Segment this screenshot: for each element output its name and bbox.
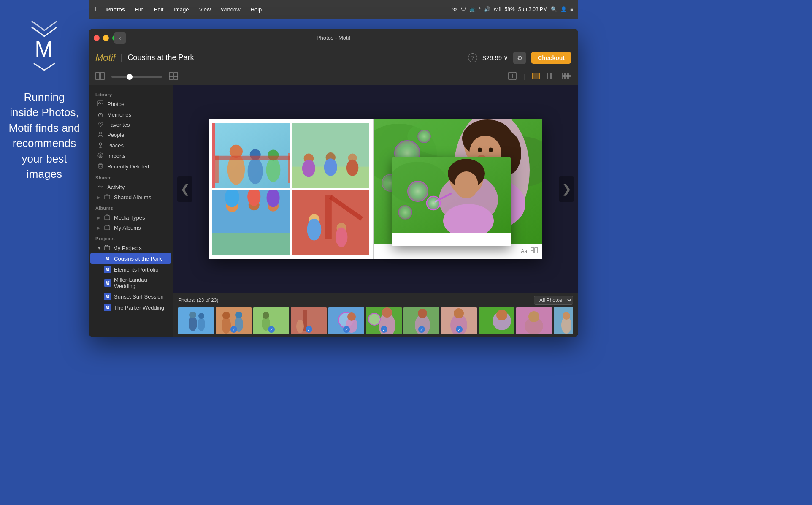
sidebar-item-imports[interactable]: Imports xyxy=(90,151,171,161)
header-right: ? $29.99 ∨ ⚙ Checkout xyxy=(468,52,571,64)
menu-view[interactable]: View xyxy=(197,5,212,14)
my-albums-icon xyxy=(104,224,111,231)
back-button[interactable]: ‹ xyxy=(114,32,126,44)
expand-my-projects[interactable]: ▼ xyxy=(97,246,101,250)
thumbnail-1[interactable] xyxy=(178,307,214,334)
right-arrow-icon: ❯ xyxy=(562,182,571,196)
sidebar-sunset-label: Sunset Surf Session xyxy=(114,293,164,300)
view-grid3-btn[interactable] xyxy=(560,72,573,82)
sidebar-item-media-types[interactable]: ▶ Media Types xyxy=(90,212,171,223)
help-button[interactable]: ? xyxy=(468,53,477,62)
my-projects-folder-icon xyxy=(104,244,111,251)
expand-my-albums[interactable]: ▶ xyxy=(97,225,100,230)
svg-rect-32 xyxy=(105,226,110,230)
menu-window[interactable]: Window xyxy=(219,5,242,14)
memories-icon: ◷ xyxy=(97,111,104,118)
shield-icon: 🛡 xyxy=(461,6,466,12)
font-label-right[interactable]: Aa xyxy=(521,248,527,254)
sidebar-project-elements[interactable]: M Elements Portfolio xyxy=(90,264,171,275)
svg-rect-9 xyxy=(532,73,540,79)
thumbnail-6[interactable]: ✓ xyxy=(366,307,402,334)
svg-point-39 xyxy=(266,157,281,182)
layout-single-btn[interactable] xyxy=(94,71,106,82)
svg-rect-17 xyxy=(568,76,571,79)
svg-point-114 xyxy=(263,312,269,319)
title-bar: ‹ Photos - Motif xyxy=(89,29,578,47)
sidebar-item-shared-albums[interactable]: ▶ Shared Albums xyxy=(90,192,171,202)
thumbnail-11[interactable] xyxy=(554,307,573,334)
price-button[interactable]: $29.99 ∨ xyxy=(482,54,508,62)
expand-shared-albums[interactable]: ▶ xyxy=(97,195,100,200)
thumbnail-9[interactable] xyxy=(479,307,514,334)
sidebar-item-my-albums[interactable]: ▶ My Albums xyxy=(90,223,171,233)
thumbnail-10[interactable] xyxy=(516,307,552,334)
checkout-button[interactable]: Checkout xyxy=(531,52,571,64)
thumbnail-2[interactable]: ✓ xyxy=(216,307,252,334)
sidebar-cousins-label: Cousins at the Park xyxy=(114,255,164,262)
floating-preview-image xyxy=(392,157,511,233)
sidebar-project-sunset[interactable]: M Sunset Surf Session xyxy=(90,291,171,302)
svg-point-47 xyxy=(302,159,315,176)
svg-point-134 xyxy=(496,310,507,320)
menu-help[interactable]: Help xyxy=(249,5,264,14)
thumbnail-7[interactable]: ✓ xyxy=(403,307,439,334)
view-single-btn[interactable] xyxy=(530,72,542,82)
close-button[interactable] xyxy=(94,35,100,41)
thumbnail-8[interactable]: ✓ xyxy=(441,307,477,334)
photo-kids-sitting[interactable] xyxy=(292,123,370,189)
sidebar-project-miller[interactable]: M Miller-Landau Wedding xyxy=(90,275,171,291)
photo-upside-down[interactable] xyxy=(212,190,290,255)
sidebar-item-activity[interactable]: Activity xyxy=(90,182,171,192)
apple-menu[interactable]:  xyxy=(94,5,96,13)
user-icon[interactable]: 👤 xyxy=(560,6,567,12)
menu-file[interactable]: File xyxy=(133,5,146,14)
sidebar-item-my-projects[interactable]: ▼ My Projects xyxy=(90,243,171,253)
thumbnail-3[interactable]: ✓ xyxy=(253,307,289,334)
sidebar-my-projects-label: My Projects xyxy=(113,245,164,251)
svg-rect-61 xyxy=(325,195,332,239)
thumbnail-5[interactable]: ✓ xyxy=(328,307,364,334)
sidebar-item-photos[interactable]: Photos xyxy=(90,99,171,109)
settings-button[interactable]: ⚙ xyxy=(513,52,526,64)
menu-bar-right: 👁 🛡 📺 * 🔊 wifi 58% Sun 3:03 PM 🔍 👤 ≡ xyxy=(452,6,573,12)
layout-grid-btn[interactable] xyxy=(167,71,180,82)
search-icon[interactable]: 🔍 xyxy=(551,6,557,12)
svg-rect-24 xyxy=(99,164,102,168)
menu-edit[interactable]: Edit xyxy=(152,5,165,14)
layout-icon-right[interactable] xyxy=(531,247,538,255)
photos-filter-select[interactable]: All Photos Used Unused xyxy=(534,296,573,305)
svg-rect-13 xyxy=(566,73,568,76)
svg-point-131 xyxy=(454,308,464,318)
sidebar-item-recently-deleted[interactable]: Recently Deleted xyxy=(90,161,171,172)
sidebar-item-people[interactable]: People xyxy=(90,130,171,140)
zoom-thumb[interactable] xyxy=(127,74,133,80)
people-icon xyxy=(97,131,104,138)
svg-point-109 xyxy=(222,312,230,319)
sidebar-item-places[interactable]: Places xyxy=(90,140,171,151)
photo-slide[interactable] xyxy=(292,190,370,255)
sidebar-project-parker[interactable]: M The Parker Wedding xyxy=(90,302,171,313)
airplay-icon: 📺 xyxy=(469,6,476,12)
sidebar-item-memories[interactable]: ◷ Memories xyxy=(90,109,171,119)
menu-photos[interactable]: Photos xyxy=(105,5,127,14)
add-button[interactable] xyxy=(506,71,518,83)
floating-preview-popup xyxy=(392,157,511,246)
sidebar-parker-label: The Parker Wedding xyxy=(114,304,164,311)
sidebar-activity-label: Activity xyxy=(107,184,164,190)
minimize-button[interactable] xyxy=(103,35,109,41)
thumb-check-2: ✓ xyxy=(230,326,237,333)
menu-image[interactable]: Image xyxy=(172,5,190,14)
expand-media-types[interactable]: ▶ xyxy=(97,215,100,220)
next-page-button[interactable]: ❯ xyxy=(559,176,574,202)
list-icon[interactable]: ≡ xyxy=(570,6,573,12)
svg-rect-0 xyxy=(96,73,100,79)
sidebar-project-cousins[interactable]: M Cousins at the Park xyxy=(90,253,171,264)
thumbnail-4[interactable]: ✓ xyxy=(291,307,327,334)
view-grid2-btn[interactable] xyxy=(545,72,557,82)
sidebar-item-favorites[interactable]: ♡ Favorites xyxy=(90,119,171,130)
prev-page-button[interactable]: ❮ xyxy=(177,176,192,202)
svg-point-125 xyxy=(368,313,380,325)
zoom-slider[interactable] xyxy=(111,76,162,78)
svg-rect-11 xyxy=(552,73,555,79)
photo-playground[interactable] xyxy=(212,123,290,189)
